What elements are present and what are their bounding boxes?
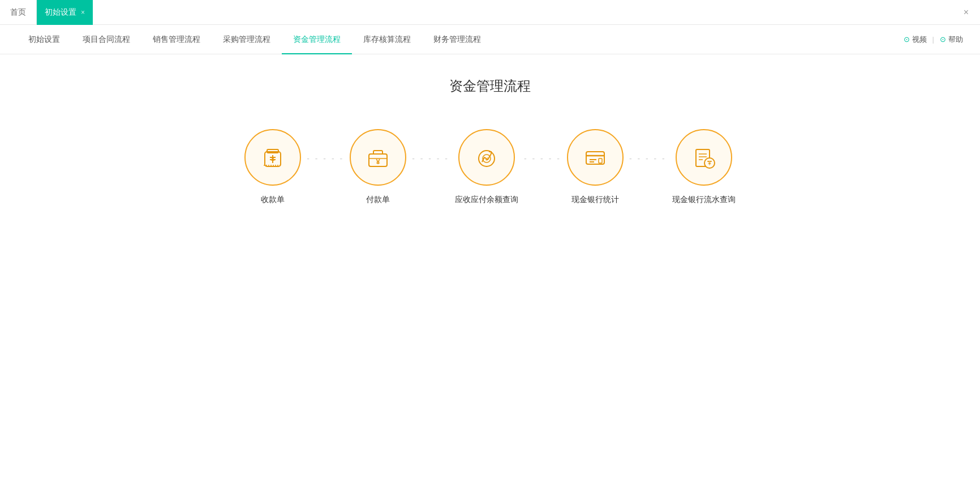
connector-4: - - - - -	[629, 154, 667, 180]
dots-2: - - - - -	[412, 154, 449, 163]
top-bar: 首页 初始设置 × ×	[0, 0, 980, 25]
nav-label-init: 初始设置	[28, 35, 60, 45]
dots-1: - - - - -	[307, 154, 344, 163]
flow-label-balance: 应收应付余额查询	[455, 195, 518, 205]
nav-item-finance[interactable]: 财务管理流程	[422, 25, 492, 54]
nav-label-funds: 资金管理流程	[293, 35, 341, 45]
home-tab[interactable]: 首页	[0, 0, 37, 25]
connector-3: - - - - -	[524, 154, 561, 180]
nav-right: ⊙ 视频 | ⊙ 帮助	[904, 35, 963, 45]
nav-label-inventory: 库存核算流程	[363, 35, 411, 45]
flow-item-payment[interactable]: ¥ 付款单	[350, 129, 406, 205]
close-window-button[interactable]: ×	[964, 7, 969, 18]
svg-text:¥: ¥	[376, 157, 381, 166]
nav-item-inventory[interactable]: 库存核算流程	[352, 25, 422, 54]
nav-label-sales: 销售管理流程	[153, 35, 200, 45]
connector-2: - - - - -	[412, 154, 449, 180]
help-icon: ⊙	[940, 35, 946, 44]
svg-text:¥: ¥	[484, 156, 488, 162]
flow-circle-receipt: ¥	[244, 129, 301, 186]
help-link[interactable]: ⊙ 帮助	[940, 35, 963, 45]
flow-item-receipt[interactable]: ¥ 收款单	[244, 129, 301, 205]
home-label: 首页	[10, 7, 26, 18]
nav-bar: 初始设置 项目合同流程 销售管理流程 采购管理流程 资金管理流程 库存核算流程 …	[0, 25, 980, 54]
flow-circle-bank-stats	[567, 129, 624, 186]
close-tab-button[interactable]: ×	[81, 8, 85, 16]
svg-text:¥: ¥	[270, 156, 275, 164]
flow-label-bank-flow: 现金银行流水查询	[672, 195, 736, 205]
connector-1: - - - - -	[307, 154, 344, 180]
nav-label-purchase: 采购管理流程	[223, 35, 270, 45]
dots-4: - - - - -	[629, 154, 667, 163]
flow-circle-bank-flow: ¥	[676, 129, 732, 186]
nav-item-project[interactable]: 项目合同流程	[71, 25, 141, 54]
flow-item-bank-flow[interactable]: ¥ 现金银行流水查询	[672, 129, 736, 205]
flow-label-receipt: 收款单	[261, 195, 285, 205]
flow-label-payment: 付款单	[366, 195, 390, 205]
nav-item-funds[interactable]: 资金管理流程	[282, 25, 352, 54]
active-tab[interactable]: 初始设置 ×	[37, 0, 93, 25]
flow-item-balance[interactable]: ¥ 应收应付余额查询	[455, 129, 518, 205]
nav-label-finance: 财务管理流程	[433, 35, 481, 45]
video-label: 视频	[912, 35, 927, 45]
dots-3: - - - - -	[524, 154, 561, 163]
flow-item-bank-stats[interactable]: 现金银行统计	[567, 129, 624, 205]
nav-item-init[interactable]: 初始设置	[17, 25, 71, 54]
nav-divider: |	[932, 35, 934, 44]
flow-label-bank-stats: 现金银行统计	[571, 195, 619, 205]
flow-circle-balance: ¥	[458, 129, 515, 186]
nav-item-purchase[interactable]: 采购管理流程	[212, 25, 282, 54]
svg-rect-17	[599, 159, 602, 163]
page-title: 资金管理流程	[449, 77, 531, 95]
help-label: 帮助	[948, 35, 963, 45]
main-content: 资金管理流程 ¥ 收款单 - - - - -	[0, 54, 980, 228]
svg-rect-13	[586, 152, 604, 164]
video-link[interactable]: ⊙ 视频	[904, 35, 927, 45]
nav-label-project: 项目合同流程	[83, 35, 130, 45]
active-tab-label: 初始设置	[45, 7, 76, 18]
flow-circle-payment: ¥	[350, 129, 406, 186]
nav-item-sales[interactable]: 销售管理流程	[141, 25, 212, 54]
video-icon: ⊙	[904, 35, 910, 44]
flow-container: ¥ 收款单 - - - - - ¥ 付款单	[0, 129, 980, 205]
